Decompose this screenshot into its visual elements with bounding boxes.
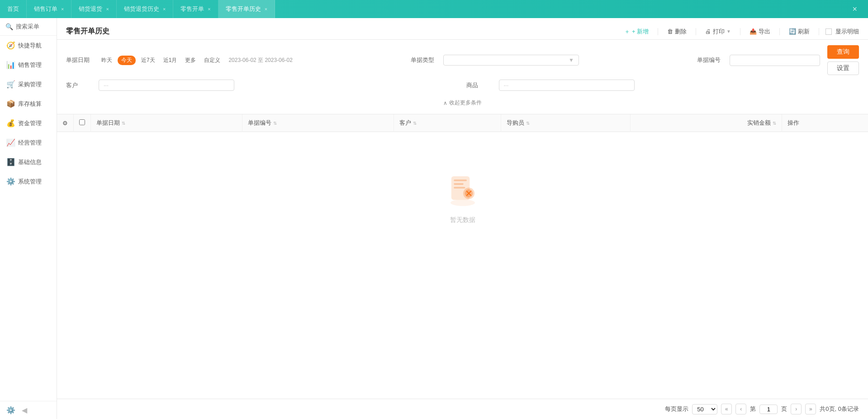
delete-label: 删除 <box>675 28 687 36</box>
close-tab-retail-order[interactable]: × <box>208 6 210 12</box>
window-close-icon[interactable]: × <box>849 5 861 14</box>
sidebar: 🔍 搜索采单 🧭 快捷导航 📊 销售管理 🛒 采购管理 📦 库存核算 💰 <box>0 18 57 419</box>
close-tab-sales-order[interactable]: × <box>61 6 64 12</box>
per-page-label: 每页显示 <box>665 405 688 413</box>
current-page-input[interactable]: 1 <box>759 405 778 414</box>
tab-sales-return[interactable]: 销货退货 × <box>71 0 116 18</box>
th-num: 单据编号 ⇅ <box>242 114 394 132</box>
th-guide-label: 导购员 <box>507 119 524 127</box>
th-num-sort-icon[interactable]: ⇅ <box>273 121 277 126</box>
type-filter-select[interactable]: ▼ <box>443 55 579 66</box>
tab-retail-order[interactable]: 零售开单 × <box>173 0 218 18</box>
search-icon: 🔍 <box>5 23 13 30</box>
close-tab-sales-return[interactable]: × <box>106 6 109 12</box>
sidebar-item-finance[interactable]: 💰 资金管理 <box>0 113 57 133</box>
sidebar-item-system[interactable]: ⚙️ 系统管理 <box>0 172 57 191</box>
total-info: 共0页, 0条记录 <box>820 405 859 413</box>
sidebar-bottom: ⚙️ ◀ <box>0 401 57 419</box>
main-layout: 🔍 搜索采单 🧭 快捷导航 📊 销售管理 🛒 采购管理 📦 库存核算 💰 <box>0 18 868 419</box>
goods-ellipsis: ··· <box>504 82 509 89</box>
svg-rect-2 <box>454 179 467 181</box>
th-action: 操作 <box>782 114 868 132</box>
show-detail-checkbox[interactable] <box>825 28 832 35</box>
tab-home[interactable]: 首页 <box>0 0 27 18</box>
svg-rect-3 <box>454 183 464 185</box>
sidebar-search[interactable]: 🔍 搜索采单 <box>0 18 57 36</box>
data-table: ⚙ 单据日期 ⇅ 单据编号 <box>57 114 868 242</box>
first-page-btn[interactable]: « <box>721 404 732 414</box>
add-icon: ＋ <box>624 28 630 36</box>
settings-bottom-icon[interactable]: ⚙️ <box>6 406 15 414</box>
th-amount: 实销金额 ⇅ <box>631 114 782 132</box>
tab-home-label: 首页 <box>7 5 19 13</box>
tab-retail-order-label: 零售开单 <box>180 5 204 13</box>
th-amount-sort-icon[interactable]: ⇅ <box>773 121 776 126</box>
sidebar-item-inventory-label: 库存核算 <box>18 100 42 108</box>
delete-button[interactable]: 🗑 删除 <box>664 26 689 38</box>
set-button[interactable]: 设置 <box>827 61 859 75</box>
sidebar-item-inventory[interactable]: 📦 库存核算 <box>0 94 57 113</box>
prev-page-btn[interactable]: ‹ <box>735 404 746 414</box>
num-filter-input[interactable] <box>730 55 820 66</box>
show-detail-button[interactable]: 显示明细 <box>825 28 859 36</box>
tab-retail-history[interactable]: 零售开单历史 × <box>218 0 275 18</box>
table-select-all-checkbox[interactable] <box>79 119 85 125</box>
date-btn-custom[interactable]: 自定义 <box>201 56 223 65</box>
sidebar-search-label: 搜索采单 <box>16 23 39 31</box>
next-page-btn[interactable]: › <box>791 404 802 414</box>
tab-retail-history-label: 零售开单历史 <box>226 5 261 13</box>
refresh-label: 刷新 <box>798 28 810 36</box>
tab-sales-return-history[interactable]: 销货退货历史 × <box>117 0 173 18</box>
th-amount-label: 实销金额 <box>747 119 771 127</box>
sidebar-item-finance-label: 资金管理 <box>18 119 42 127</box>
refresh-button[interactable]: 🔄 刷新 <box>786 26 812 38</box>
date-btn-yesterday[interactable]: 昨天 <box>99 56 115 65</box>
svg-point-0 <box>451 199 475 206</box>
close-tab-retail-history[interactable]: × <box>265 6 267 12</box>
th-customer-sort-icon[interactable]: ⇅ <box>413 121 417 126</box>
purchase-icon: 🛒 <box>6 80 14 89</box>
sidebar-item-basic-label: 基础信息 <box>18 158 42 166</box>
add-label: + 新增 <box>632 28 649 36</box>
date-range-display: 2023-06-02 至 2023-06-02 <box>228 56 292 64</box>
table-header-row: ⚙ 单据日期 ⇅ 单据编号 <box>57 114 868 132</box>
customer-filter-select[interactable]: ··· <box>99 80 234 91</box>
table-container: ⚙ 单据日期 ⇅ 单据编号 <box>57 114 868 399</box>
print-dropdown-icon: ▼ <box>726 29 731 34</box>
page-word-post: 页 <box>781 405 787 413</box>
sidebar-item-shortcut[interactable]: 🧭 快捷导航 <box>0 36 57 55</box>
table-checkbox-header <box>74 114 91 132</box>
per-page-select[interactable]: 50 20 100 <box>692 404 717 414</box>
goods-filter-select[interactable]: ··· <box>499 80 635 91</box>
date-btn-7days[interactable]: 近7天 <box>138 56 158 65</box>
sidebar-nav: 🧭 快捷导航 📊 销售管理 🛒 采购管理 📦 库存核算 💰 资金管理 📈 <box>0 36 57 401</box>
export-icon: 📤 <box>749 28 757 35</box>
divider-4 <box>779 28 780 35</box>
export-button[interactable]: 📤 导出 <box>747 26 773 38</box>
sidebar-item-basic[interactable]: 🗄️ 基础信息 <box>0 152 57 172</box>
delete-icon: 🗑 <box>667 28 673 35</box>
collapse-sidebar-icon[interactable]: ◀ <box>22 406 27 414</box>
collapse-button[interactable]: ∧ 收起更多条件 <box>66 97 859 108</box>
management-icon: 📈 <box>6 138 14 147</box>
sidebar-item-management[interactable]: 📈 经营管理 <box>0 133 57 152</box>
date-btn-today[interactable]: 今天 <box>118 56 136 65</box>
date-btn-more[interactable]: 更多 <box>182 56 199 65</box>
th-date: 单据日期 ⇅ <box>91 114 242 132</box>
close-tab-sales-return-history[interactable]: × <box>163 6 166 12</box>
table-settings-icon[interactable]: ⚙ <box>62 120 68 127</box>
date-filter-btns: 昨天 今天 近7天 近1月 更多 自定义 2023-06-02 至 2023-0… <box>99 56 293 65</box>
tab-sales-order[interactable]: 销售订单 × <box>27 0 71 18</box>
shortcut-icon: 🧭 <box>6 41 14 50</box>
query-button[interactable]: 查询 <box>827 45 859 59</box>
sidebar-item-purchase[interactable]: 🛒 采购管理 <box>0 75 57 94</box>
filter-row-2: 客户 ··· 商品 ··· <box>66 80 859 91</box>
date-btn-1month[interactable]: 近1月 <box>161 56 180 65</box>
sidebar-item-sales[interactable]: 📊 销售管理 <box>0 55 57 75</box>
last-page-btn[interactable]: » <box>805 404 816 414</box>
th-date-sort-icon[interactable]: ⇅ <box>122 121 125 126</box>
export-label: 导出 <box>759 28 770 36</box>
print-button[interactable]: 🖨 打印 ▼ <box>702 26 734 38</box>
add-button[interactable]: ＋ + 新增 <box>621 26 651 38</box>
th-guide-sort-icon[interactable]: ⇅ <box>526 121 530 126</box>
